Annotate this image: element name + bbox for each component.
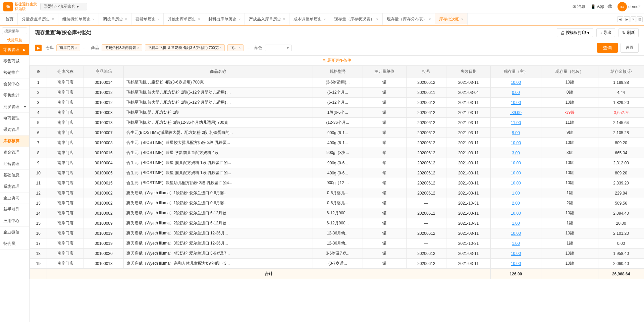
user-btn[interactable]: Ea demo2 — [618, 2, 641, 11]
nav-tab-8[interactable]: 成本调整单历史 × — [289, 13, 330, 25]
nav-tab-9[interactable]: 现存量（库存状况表） × — [330, 13, 383, 25]
nav-tab-10[interactable]: 现存量（库存分布表） × — [383, 13, 435, 25]
sidebar-item-guide[interactable]: 新手引导 — [0, 204, 29, 215]
row-qty-main[interactable]: 9.00 — [491, 128, 541, 138]
warehouse-tag[interactable]: 南岸门店 × — [56, 44, 80, 51]
nav-tab-close-3[interactable]: × — [125, 17, 127, 21]
sidebar-item-ecommerce[interactable]: 电商管理 — [0, 113, 29, 124]
nav-tab-5[interactable]: 其他出库单历史 × — [164, 13, 204, 25]
sidebar-item-retail-mall[interactable]: 零售商城 — [0, 56, 29, 67]
product-more-dots[interactable]: … — [246, 46, 250, 50]
row-qty-main[interactable]: 10.00 — [491, 158, 541, 168]
nav-tab-6[interactable]: 材料出库单历史 × — [204, 13, 245, 25]
nav-tab-11[interactable]: 库存批次账 × — [435, 13, 468, 25]
nav-tab-3[interactable]: 调拨单历史 × — [99, 13, 131, 25]
row-batch: 20200612 — [406, 158, 446, 168]
col-settings[interactable]: ⚙ — [30, 66, 47, 77]
message-btn[interactable]: ✉ 消息 — [573, 4, 585, 9]
sidebar-item-collab[interactable]: 企业协同 — [0, 193, 29, 204]
row-qty-main[interactable]: 10.00 — [491, 259, 541, 269]
settings-btn[interactable]: 设置 — [621, 43, 639, 53]
sidebar-item-system[interactable]: 系统管理 — [0, 181, 29, 193]
nav-tab-close-5[interactable]: × — [198, 17, 200, 21]
nav-tab-1[interactable]: 分量盘点单历史 × — [18, 13, 58, 25]
product-tag-1-close[interactable]: × — [137, 46, 139, 50]
nav-tab-close-4[interactable]: × — [158, 17, 160, 21]
row-qty-main[interactable]: 10.00 — [491, 168, 541, 178]
nav-tab-close-6[interactable]: × — [238, 17, 240, 21]
nav-tab-close-1[interactable]: × — [52, 17, 54, 21]
nav-close-btn[interactable]: × — [631, 16, 636, 22]
row-qty-main[interactable]: 10.00 — [491, 77, 541, 88]
row-qty-main[interactable]: 10.00 — [491, 98, 541, 108]
nav-prev-btn[interactable]: ◀ — [617, 16, 623, 22]
row-qty-main[interactable]: 0.00 — [491, 88, 541, 98]
app-download-btn[interactable]: 📱 App下载 — [591, 4, 612, 9]
nav-tab-home[interactable]: 首页 — [1, 13, 18, 25]
row-qty-main[interactable]: 10.00 — [491, 138, 541, 148]
sidebar-item-weixin[interactable]: 企业微信 — [0, 227, 29, 238]
refresh-btn[interactable]: ↻ 刷新 — [619, 28, 639, 37]
nav-tab-close-2[interactable]: × — [93, 17, 95, 21]
template-print-btn[interactable]: 🖨 按模板打印 ▾ — [557, 28, 593, 37]
sidebar-item-basic-info[interactable]: 基础信息 — [0, 170, 29, 181]
sidebar-item-member[interactable]: 会员中心 — [0, 78, 29, 90]
row-expire: 2021-03-11 — [446, 128, 490, 138]
row-qty-main[interactable]: 10.00 — [491, 228, 541, 238]
row-name: 惠氏启赋（Wyeth illuma）4段奶粉 爱尔兰进口 3-6岁及7... — [123, 249, 313, 259]
row-warehouse: 南岸门店 — [47, 108, 84, 118]
row-qty-main[interactable]: 1.00 — [491, 188, 541, 198]
warehouse-more[interactable]: … — [83, 46, 87, 50]
sidebar-item-wholesale[interactable]: 批发管理 ▾ — [0, 101, 29, 113]
sidebar-item-appstore[interactable]: 应用中心 — [0, 215, 29, 227]
product-tag-more[interactable]: 飞… × — [227, 44, 244, 51]
query-btn[interactable]: 查询 — [597, 43, 618, 53]
row-qty-main[interactable]: 10.00 — [491, 249, 541, 259]
org-select[interactable]: 母婴行业演示账套 ▾ — [40, 3, 87, 10]
product-tag-2-close[interactable]: × — [220, 46, 222, 50]
sidebar-item-retail-mgmt[interactable]: 零售管理 ▶ — [0, 44, 29, 56]
nav-tab-2[interactable]: 组装拆卸单历史 × — [58, 13, 99, 25]
nav-tab-close-7[interactable]: × — [283, 17, 285, 21]
row-qty-main[interactable]: 3.00 — [491, 148, 541, 158]
search-input[interactable] — [2, 28, 27, 34]
sidebar-item-retail-stats[interactable]: 零售统计 — [0, 90, 29, 101]
row-qty-main[interactable]: 10.00 — [491, 178, 541, 188]
row-qty-main[interactable]: 1.00 — [491, 238, 541, 249]
color-select[interactable]: ▾ — [265, 45, 292, 51]
sidebar-item-inventory[interactable]: 库存核算 — [0, 136, 29, 147]
row-amount: 809.20 — [598, 138, 644, 148]
nav-next-btn[interactable]: ▶ — [624, 16, 630, 22]
nav-tab-close-10[interactable]: × — [429, 17, 431, 21]
export-btn[interactable]: ↓ 导出 — [596, 28, 615, 37]
sidebar-item-finance[interactable]: 资金管理 — [0, 147, 29, 158]
sidebar-quick-nav[interactable]: 快捷导航 — [0, 36, 29, 44]
row-qty-main[interactable]: 2.00 — [491, 198, 541, 208]
sidebar-item-marketing[interactable]: 营销推广 — [0, 67, 29, 78]
row-expire: 2021-10-31 — [446, 218, 490, 228]
product-tag-2[interactable]: 飞鹤星飞帆 儿童奶粉 4段(3-6岁适用) 700克 × — [145, 44, 225, 51]
product-more-close[interactable]: × — [239, 46, 241, 50]
product-tag-1[interactable]: 飞鹤奶粉3段两提装 × — [102, 44, 142, 51]
page-header: 现存量查询(按仓库+批次) 🖨 按模板打印 ▾ ↓ 导出 ↻ 刷新 — [30, 25, 644, 40]
nav-tab-4[interactable]: 要货单历史 × — [131, 13, 164, 25]
nav-tab-close-8[interactable]: × — [324, 17, 326, 21]
row-qty-main[interactable]: 1.00 — [491, 218, 541, 228]
expand-conditions-btn[interactable]: ⊞ 展开更多条件 — [320, 57, 353, 64]
nav-tab-close-11[interactable]: × — [461, 17, 463, 21]
sidebar-item-purchase[interactable]: 采购管理 — [0, 124, 29, 136]
row-qty-pkg: 10罐 — [541, 208, 598, 218]
nav-expand-btn[interactable]: ⊡ — [637, 16, 643, 22]
sidebar-item-operation[interactable]: 经营管理 — [0, 158, 29, 170]
sidebar-item-member2[interactable]: 畅会员 — [0, 238, 29, 250]
row-code: 00100004 — [84, 158, 124, 168]
row-qty-main[interactable]: 11.00 — [491, 118, 541, 128]
filter-expand-arrow[interactable]: ▶ — [35, 45, 42, 51]
row-qty-main[interactable]: -39.00 — [491, 108, 541, 118]
row-qty-main[interactable]: 10.00 — [491, 208, 541, 218]
warehouse-tag-close[interactable]: × — [75, 46, 77, 50]
col-unit: 主计量单位 — [363, 66, 406, 77]
nav-tab-close-9[interactable]: × — [376, 17, 378, 21]
nav-tab-7[interactable]: 产成品入库单历史 × — [245, 13, 289, 25]
row-name: 飞鹤星飞帆 幼儿配方奶粉 3段(12-36个月幼儿适用) 700克 — [123, 118, 313, 128]
